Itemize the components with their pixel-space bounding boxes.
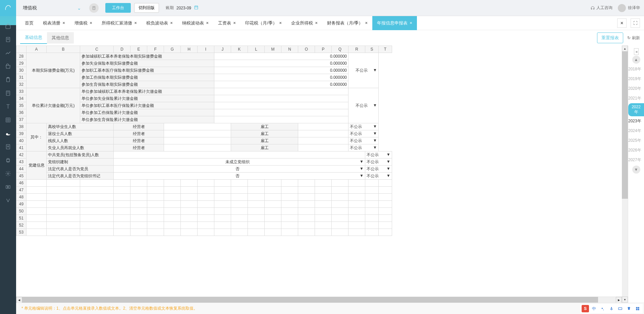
empty-cell[interactable] xyxy=(214,208,231,215)
empty-cell[interactable] xyxy=(248,180,265,187)
empty-cell[interactable] xyxy=(379,222,392,229)
empty-cell[interactable] xyxy=(248,187,265,194)
col-head-C[interactable]: C xyxy=(80,46,114,53)
tab-close-icon[interactable]: ✕ xyxy=(279,21,282,25)
ime-keyboard-icon[interactable] xyxy=(616,305,624,312)
row-label[interactable]: 单位参加工伤保险累计欠缴金额 xyxy=(80,109,214,116)
nav-doc-icon[interactable] xyxy=(5,36,11,43)
empty-cell[interactable] xyxy=(47,208,80,215)
tab-1[interactable]: 税表清册✕ xyxy=(38,16,70,30)
row-head[interactable]: 38 xyxy=(16,123,26,130)
empty-cell[interactable] xyxy=(379,194,392,201)
empty-cell[interactable] xyxy=(80,194,114,201)
publish-cell[interactable]: 不公示▼ xyxy=(365,159,392,166)
empty-cell[interactable] xyxy=(298,180,315,187)
row-label[interactable]: 单位参加城镇职工基本养老保险累计欠缴金额 xyxy=(80,88,214,95)
empty-cell[interactable] xyxy=(47,194,80,201)
empty-cell[interactable] xyxy=(80,201,114,208)
publish-cell[interactable]: 不公示▼ xyxy=(348,123,379,130)
empty-cell[interactable] xyxy=(231,208,248,215)
empty-cell[interactable] xyxy=(298,187,315,194)
publish-cell[interactable]: 不公示▼ xyxy=(348,130,379,137)
empty-cell[interactable] xyxy=(248,208,265,215)
value-cell[interactable] xyxy=(164,144,231,151)
empty-cell[interactable] xyxy=(231,215,248,222)
col-head-J[interactable]: J xyxy=(214,46,231,53)
operator-cell[interactable]: 经营者 xyxy=(114,144,164,151)
empty-cell[interactable] xyxy=(198,215,214,222)
value-cell[interactable] xyxy=(214,109,348,116)
user-menu[interactable]: 徐泽华 xyxy=(618,4,640,12)
empty-cell[interactable] xyxy=(214,180,231,187)
col-head-H[interactable]: H xyxy=(181,46,198,53)
empty-cell[interactable] xyxy=(315,208,332,215)
empty-cell[interactable] xyxy=(265,187,281,194)
empty-cell[interactable] xyxy=(379,215,392,222)
col-head-B[interactable]: B xyxy=(47,46,80,53)
empty-cell[interactable] xyxy=(298,201,315,208)
empty-cell[interactable] xyxy=(80,180,114,187)
publish-cell[interactable]: 不公示▼ xyxy=(365,173,392,180)
module-select[interactable]: 增值税 ⌄ xyxy=(20,5,84,11)
tab-4[interactable]: 税负波动表✕ xyxy=(142,16,177,30)
nav-text-icon[interactable] xyxy=(5,103,11,110)
employee-cell[interactable]: 雇工 xyxy=(231,137,298,144)
empty-cell[interactable] xyxy=(265,215,281,222)
empty-cell[interactable] xyxy=(181,229,198,236)
empty-cell[interactable] xyxy=(80,222,114,229)
scroll-up-arrow[interactable]: ▲ xyxy=(622,46,628,52)
empty-cell[interactable] xyxy=(80,229,114,236)
empty-cell[interactable] xyxy=(26,215,47,222)
tab-close-icon[interactable]: ✕ xyxy=(410,21,412,25)
value-cell[interactable]: 否▼ xyxy=(114,173,365,180)
publish-cell[interactable]: 不公示▼ xyxy=(348,88,379,123)
value-cell[interactable]: 0.000000 xyxy=(214,53,348,60)
subtab-other[interactable]: 其他信息 xyxy=(47,32,74,44)
operator-cell[interactable]: 经营者 xyxy=(114,130,164,137)
row-head[interactable]: 37 xyxy=(16,116,26,123)
scroll-thumb[interactable] xyxy=(22,297,598,303)
year-2019年[interactable]: 2019年 xyxy=(628,74,644,84)
row-head[interactable]: 45 xyxy=(16,173,26,180)
col-head-P[interactable]: P xyxy=(315,46,332,53)
year-next-button[interactable]: ▼ xyxy=(632,166,640,174)
empty-cell[interactable] xyxy=(114,180,130,187)
close-all-tabs-button[interactable]: ✕ xyxy=(617,18,627,28)
operator-cell[interactable]: 经营者 xyxy=(114,123,164,130)
empty-cell[interactable] xyxy=(198,201,214,208)
row-label[interactable]: 参加职工基本医疗保险本期实际缴费金额 xyxy=(80,67,214,74)
empty-cell[interactable] xyxy=(332,180,348,187)
tab-close-icon[interactable]: ✕ xyxy=(62,21,65,25)
group-label[interactable]: 单位累计欠缴金额(万元) xyxy=(26,88,80,123)
empty-cell[interactable] xyxy=(181,180,198,187)
empty-cell[interactable] xyxy=(298,215,315,222)
nav-settings-icon[interactable] xyxy=(5,170,11,177)
nav-bag-icon[interactable] xyxy=(5,63,11,70)
row-head[interactable]: 28 xyxy=(16,53,26,60)
empty-cell[interactable] xyxy=(231,194,248,201)
empty-cell[interactable] xyxy=(379,187,392,194)
ime-tool-icon[interactable] xyxy=(634,305,641,312)
row-head[interactable]: 39 xyxy=(16,130,26,137)
publish-cell[interactable]: 不公示▼ xyxy=(348,144,379,151)
year-prev-button[interactable]: ▲ xyxy=(632,56,640,64)
tab-close-icon[interactable]: ✕ xyxy=(365,21,368,25)
value-cell[interactable] xyxy=(214,116,348,123)
empty-cell[interactable] xyxy=(248,194,265,201)
empty-cell[interactable] xyxy=(365,222,379,229)
empty-cell[interactable] xyxy=(147,229,164,236)
value-cell[interactable] xyxy=(114,151,365,159)
col-head-D[interactable]: D xyxy=(114,46,130,53)
ime-skin-icon[interactable] xyxy=(625,305,633,312)
empty-cell[interactable] xyxy=(181,222,198,229)
publish-cell[interactable]: 不公示▼ xyxy=(348,53,379,88)
empty-cell[interactable] xyxy=(26,194,47,201)
empty-cell[interactable] xyxy=(332,229,348,236)
empty-cell[interactable] xyxy=(281,201,298,208)
tab-8[interactable]: 企业所得税✕ xyxy=(286,16,322,30)
empty-cell[interactable] xyxy=(147,215,164,222)
col-head-S[interactable]: S xyxy=(365,46,379,53)
empty-cell[interactable] xyxy=(130,194,147,201)
empty-cell[interactable] xyxy=(164,222,181,229)
value-cell[interactable]: 0.000000 xyxy=(214,81,348,88)
